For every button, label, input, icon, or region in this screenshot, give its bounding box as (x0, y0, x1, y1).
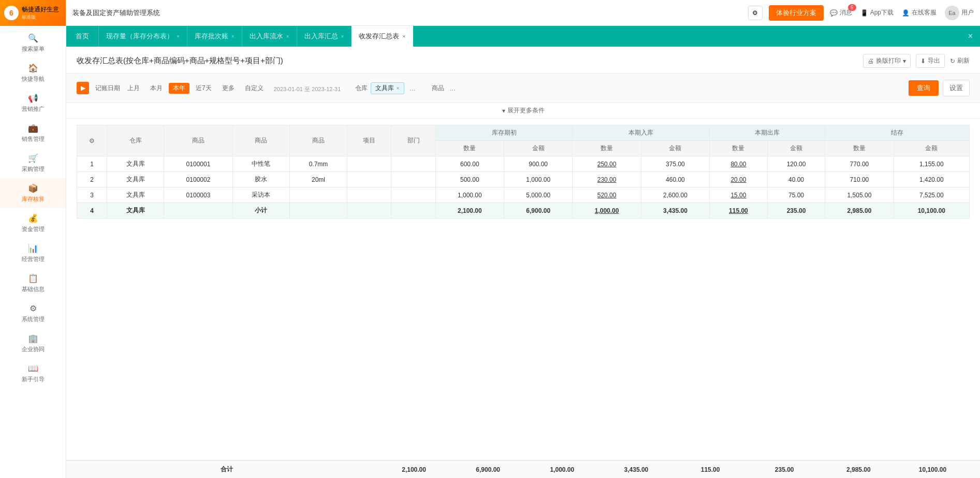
export-label: 导出 (928, 56, 940, 65)
date-last-7-days[interactable]: 近7天 (192, 83, 216, 94)
date-custom[interactable]: 自定义 (241, 83, 268, 94)
sidebar-item-label-finance: 资金管理 (22, 225, 45, 233)
gear-button[interactable]: ⚙ (748, 6, 763, 20)
sidebar-item-finance[interactable]: 💰资金管理 (0, 208, 66, 238)
purchase-icon: 🛒 (28, 153, 38, 163)
app-download-button[interactable]: 📱 App下载 (860, 8, 894, 17)
sidebar-item-marketing[interactable]: 📢营销推广 (0, 88, 66, 118)
cell-code: 0100002 (164, 172, 232, 187)
user-area[interactable]: Ea 用户 (945, 6, 974, 20)
online-service-label: 在线客服 (912, 8, 937, 17)
cell-spec (289, 187, 347, 203)
tab-in-out-summary-close[interactable]: × (341, 34, 344, 39)
messages-button[interactable]: 💬 消息 6 (830, 8, 852, 17)
tab-batch-ledger-close[interactable]: × (231, 34, 235, 39)
cell-in-qty: 1,000.00 (573, 203, 641, 219)
sales-icon: 💼 (28, 123, 38, 133)
tab-home[interactable]: 首页 (66, 26, 99, 47)
sidebar-item-operations[interactable]: 📊经营管理 (0, 238, 66, 268)
trial-button[interactable]: 体验行业方案 (769, 5, 824, 21)
tab-receive-send-summary-close[interactable]: × (402, 34, 405, 39)
tabs-close-all-button[interactable]: × (961, 32, 980, 41)
sidebar-item-label-operations: 经营管理 (22, 255, 45, 263)
goods-more-btn[interactable]: ... (447, 83, 458, 93)
service-icon: 👤 (902, 9, 910, 17)
col-group-close: 结存 (825, 125, 970, 141)
date-more[interactable]: 更多 (218, 83, 239, 94)
sidebar-logo: 6 畅捷通好生意 标准版 (0, 0, 66, 26)
tab-inventory-dist-close[interactable]: × (177, 34, 180, 39)
table-body: 1 文具库 0100001 中性笔 0.7mm 600.00 900.00 25… (77, 156, 970, 219)
table-row: 4 文具库 小计 2,100.00 6,900.00 1,000.00 3,43… (77, 203, 970, 219)
cell-close-amt: 1,155.00 (894, 156, 969, 172)
cell-out-qty: 80.00 (710, 156, 768, 172)
date-shortcuts: 上月 本月 本年 近7天 更多 自定义 (123, 83, 268, 94)
sidebar-item-label-basic-info: 基础信息 (22, 285, 45, 293)
logo-icon: 6 (4, 6, 19, 20)
sidebar-item-guide[interactable]: 📖新手引导 (0, 358, 66, 388)
cell-open-amt: 6,900.00 (504, 203, 573, 219)
warehouse-tag-text: 文具库 (375, 84, 394, 93)
warehouse-more-btn[interactable]: ... (407, 83, 418, 93)
sidebar-item-quick-nav[interactable]: 🏠快捷导航 (0, 58, 66, 88)
sidebar-item-inventory[interactable]: 📦库存核算 (0, 178, 66, 208)
col-close-qty: 数量 (825, 141, 894, 156)
tab-batch-ledger[interactable]: 库存批次账 × (187, 26, 242, 47)
tab-in-out-flow-label: 出入库流水 (250, 32, 283, 41)
sidebar-item-enterprise[interactable]: 🏢企业协同 (0, 328, 66, 358)
system-icon: ⚙ (30, 303, 37, 313)
col-gear[interactable]: ⚙ (77, 125, 107, 156)
cell-code: 0100001 (164, 156, 232, 172)
cell-in-qty: 250.00 (573, 156, 641, 172)
sidebar-item-system[interactable]: ⚙系统管理 (0, 298, 66, 328)
sidebar-item-sales[interactable]: 💼销售管理 (0, 118, 66, 148)
tab-inventory-dist[interactable]: 现存量（库存分布表） × (99, 26, 187, 47)
footer-open-amt: 6,900.00 (451, 466, 525, 473)
tab-in-out-summary-label: 出入库汇总 (304, 32, 338, 41)
print-button[interactable]: 🖨 换版打印 ▾ (863, 54, 911, 68)
cell-project (347, 172, 391, 187)
export-icon: ⬇ (920, 57, 926, 65)
col-code: 商品 (164, 125, 232, 156)
col-open-amt: 金额 (504, 141, 573, 156)
query-button[interactable]: 查询 (909, 80, 939, 96)
col-open-qty: 数量 (435, 141, 504, 156)
cell-num: 4 (77, 203, 107, 219)
refresh-button[interactable]: ↻ 刷新 (950, 56, 970, 65)
page-header-actions: 🖨 换版打印 ▾ ⬇ 导出 ↻ 刷新 (863, 54, 970, 68)
expand-conditions-row: ▾ 展开更多条件 (66, 103, 980, 119)
cell-num: 1 (77, 156, 107, 172)
filter-toggle-button[interactable]: ▶ (77, 82, 89, 94)
refresh-icon: ↻ (950, 57, 955, 65)
expand-conditions-button[interactable]: ▾ 展开更多条件 (502, 106, 545, 115)
sidebar-item-search[interactable]: 🔍搜索菜单 (0, 28, 66, 58)
sidebar-item-label-purchase: 采购管理 (22, 165, 45, 173)
tab-in-out-flow[interactable]: 出入库流水 × (242, 26, 297, 47)
tab-in-out-flow-close[interactable]: × (286, 34, 289, 39)
cell-out-qty: 15.00 (710, 187, 768, 203)
date-this-year[interactable]: 本年 (169, 83, 189, 94)
col-group-open: 库存期初 (435, 125, 573, 141)
tab-batch-ledger-label: 库存批次账 (195, 32, 228, 41)
sidebar-item-basic-info[interactable]: 📋基础信息 (0, 268, 66, 298)
tab-receive-send-summary-label: 收发存汇总表 (359, 32, 399, 41)
cell-out-amt: 120.00 (767, 156, 825, 172)
sidebar-item-label-marketing: 营销推广 (22, 105, 45, 113)
cell-code (164, 203, 232, 219)
export-button[interactable]: ⬇ 导出 (916, 54, 945, 68)
cell-dept (391, 203, 435, 219)
tab-receive-send-summary[interactable]: 收发存汇总表 × (352, 26, 413, 47)
tab-in-out-summary[interactable]: 出入库汇总 × (297, 26, 352, 47)
footer-out-qty: 115.00 (674, 466, 748, 473)
sidebar-item-purchase[interactable]: 🛒采购管理 (0, 148, 66, 178)
date-last-month[interactable]: 上月 (123, 83, 144, 94)
online-service-button[interactable]: 👤 在线客服 (902, 8, 937, 17)
warehouse-tag-close[interactable]: × (396, 85, 399, 91)
date-this-month[interactable]: 本月 (146, 83, 167, 94)
cell-open-qty: 600.00 (435, 156, 504, 172)
cell-open-qty: 1,000.00 (435, 187, 504, 203)
cell-dept (391, 187, 435, 203)
table-footer: 合计 2,100.00 6,900.00 1,000.00 3,435.00 1… (66, 460, 980, 478)
sidebar: 6 畅捷通好生意 标准版 🔍搜索菜单🏠快捷导航📢营销推广💼销售管理🛒采购管理📦库… (0, 0, 66, 478)
settings-button[interactable]: 设置 (943, 80, 970, 96)
